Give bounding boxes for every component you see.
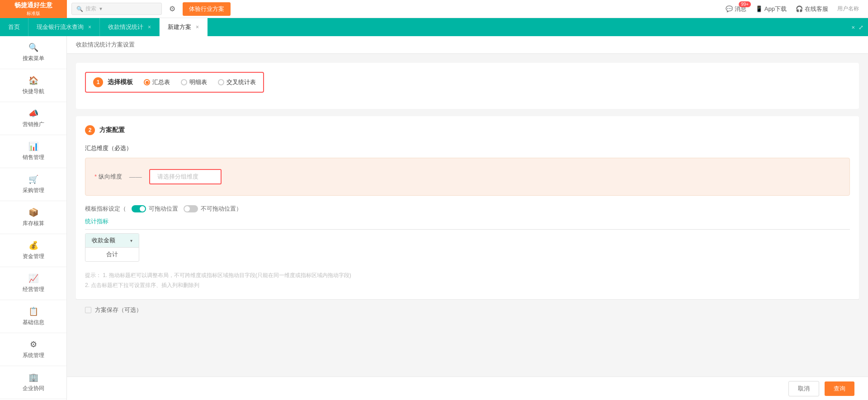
top-search-area: 🔍 搜索 ▼ ⚙ 体验行业方案 [67,2,726,16]
inventory-icon: 📦 [28,207,38,217]
toggle-on-icon [132,205,146,212]
tab-receipts[interactable]: 收款情况统计 × [100,18,160,36]
breadcrumb: 收款情况统计方案设置 [67,36,868,54]
sidebar-item-cooperation[interactable]: 🏢 企业协同 [0,366,66,399]
tab-new-plan-close[interactable]: × [196,24,199,30]
step1-header: 1 选择模板 汇总表 明细 [85,72,850,93]
cooperation-icon: 🏢 [28,372,38,382]
metrics-section: 模板指标设定（ 可拖动位置 不可拖动位置） 统计指标 [85,205,850,262]
sidebar: 🔍 搜索菜单 🏠 快捷导航 📣 营销推广 📊 销售管理 🛒 采购管理 📦 库存核… [0,36,67,400]
sidebar-item-marketing[interactable]: 📣 营销推广 [0,102,66,135]
tab-home[interactable]: 首页 [0,18,28,36]
cancel-button[interactable]: 取消 [788,381,819,396]
toggle-draggable[interactable]: 可拖动位置 [132,205,178,213]
metrics-table-body: 合计 [85,248,139,261]
top-bar: 畅捷通好生意 标准版 🔍 搜索 ▼ ⚙ 体验行业方案 💬 消息 99+ 📱 Ap… [0,0,868,18]
arrow-icon: —— [129,173,142,180]
save-checkbox[interactable] [85,307,91,313]
step2-title: 方案配置 [99,126,125,134]
purchase-icon: 🛒 [28,174,38,184]
tab-close-all-icon[interactable]: × [851,24,855,31]
system-icon: ⚙ [30,339,37,349]
sidebar-item-system[interactable]: ⚙ 系统管理 [0,333,66,366]
gear-button[interactable]: ⚙ [165,2,179,16]
tips-area: 提示： 1. 拖动标题栏可以调整布局，不可跨维度或指标区域拖动目字段(只能在同一… [85,271,850,290]
trial-button[interactable]: 体验行业方案 [183,2,231,16]
vertical-label-text: 纵向维度 [99,173,122,180]
radio-summary-label: 汇总表 [152,78,170,86]
tab-expand-icon[interactable]: ⤢ [859,24,863,31]
metrics-table-header: 收款金额 ▾ [85,234,139,248]
metrics-cell-total: 合计 [106,251,118,258]
tab-receipts-close[interactable]: × [148,24,151,30]
sidebar-item-quicknav[interactable]: 🏠 快捷导航 [0,69,66,102]
sidebar-item-finance[interactable]: 💰 资金管理 [0,234,66,267]
service-button[interactable]: 🎧 在线客服 [796,5,828,13]
tab-cashflow-close[interactable]: × [88,24,91,30]
dimension-area: * 纵向维度 —— 请选择分组维度 [85,158,850,196]
sidebar-item-purchase[interactable]: 🛒 采购管理 [0,168,66,201]
toggle-on-label: 可拖动位置 [149,205,178,213]
tab-receipts-label: 收款情况统计 [108,23,143,31]
step1-number: 1 [93,77,103,87]
toggle-off-label: 不可拖动位置） [201,205,242,213]
gear-icon: ⚙ [169,5,175,13]
marketing-icon: 📣 [28,108,38,118]
radio-cross-label: 交叉统计表 [226,78,256,86]
radio-summary-inner [146,81,149,84]
service-label: 在线客服 [805,5,828,13]
sidebar-item-sales-label: 销售管理 [23,154,44,161]
metrics-table: 收款金额 ▾ 合计 [85,233,139,262]
tab-home-label: 首页 [8,23,20,31]
radio-detail-circle [181,79,187,85]
chevron-down-icon[interactable]: ▾ [130,238,132,243]
metrics-label-row: 模板指标设定（ 可拖动位置 不可拖动位置） [85,205,850,213]
radio-detail[interactable]: 明细表 [181,78,207,86]
service-icon: 🎧 [796,5,803,12]
logo-name: 畅捷通好生意 [14,1,52,9]
search-box[interactable]: 🔍 搜索 ▼ [71,3,162,15]
sidebar-item-purchase-label: 采购管理 [23,187,44,194]
logo-sub: 标准版 [27,10,40,17]
dimension-title-text: 汇总维度（必选） [85,145,132,151]
sidebar-item-management[interactable]: 📈 经营管理 [0,267,66,300]
vertical-dim-label: * 纵向维度 [94,173,122,181]
finance-icon: 💰 [28,240,38,250]
radio-summary[interactable]: 汇总表 [144,78,170,86]
content-body: 1 选择模板 汇总表 明细 [67,54,868,376]
logo: 畅捷通好生意 标准版 [0,0,67,18]
sidebar-item-base[interactable]: 📋 基础信息 [0,300,66,333]
tab-new-plan[interactable]: 新建方案 × [160,18,208,36]
message-button[interactable]: 💬 消息 99+ [726,5,746,13]
sidebar-item-search[interactable]: 🔍 搜索菜单 [0,36,66,69]
tab-cashflow-label: 现金银行流水查询 [37,23,84,31]
breadcrumb-text: 收款情况统计方案设置 [76,41,135,48]
toggle-non-draggable[interactable]: 不可拖动位置） [184,205,242,213]
sidebar-item-management-label: 经营管理 [23,286,44,293]
tab-bar: 首页 现金银行流水查询 × 收款情况统计 × 新建方案 × × ⤢ [0,18,868,36]
step1-title: 选择模板 [108,78,133,86]
sidebar-item-marketing-label: 营销推广 [23,121,44,128]
dimension-select[interactable]: 请选择分组维度 [149,169,222,184]
stats-label: 统计指标 [85,217,850,230]
radio-cross[interactable]: 交叉统计表 [218,78,256,86]
message-badge: 99+ [739,1,751,7]
radio-cross-circle [218,79,224,85]
tab-cashflow[interactable]: 现金银行流水查询 × [28,18,100,36]
home-icon: 🏠 [28,75,38,85]
query-button[interactable]: 查询 [825,381,854,396]
save-option: 方案保存（可选） [76,299,859,320]
message-icon: 💬 [726,5,733,12]
save-label: 方案保存（可选） [95,306,142,314]
search-menu-icon: 🔍 [28,42,38,52]
search-placeholder: 搜索 [85,5,96,13]
sidebar-item-base-label: 基础信息 [23,319,44,326]
sidebar-item-quicknav-label: 快捷导航 [23,88,44,95]
download-label: App下载 [764,5,787,13]
download-button[interactable]: 📱 App下载 [755,5,787,13]
sidebar-item-inventory[interactable]: 📦 库存核算 [0,201,66,234]
management-icon: 📈 [28,273,38,283]
search-icon: 🔍 [76,6,83,12]
chevron-down-icon: ▼ [99,6,103,11]
sidebar-item-sales[interactable]: 📊 销售管理 [0,135,66,168]
